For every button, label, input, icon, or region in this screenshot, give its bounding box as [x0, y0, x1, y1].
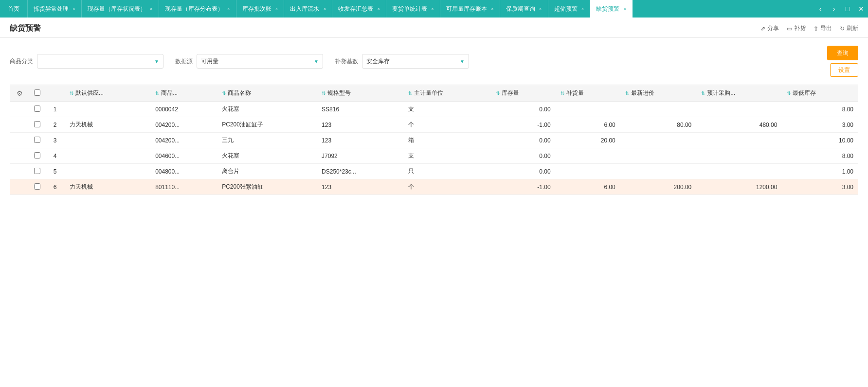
tab-order-stats[interactable]: 要货单统计表 ×	[386, 0, 440, 18]
row-default-supplier	[65, 164, 150, 179]
table-row[interactable]: 5 004800... 离合片 DS250*23c... 只 0.00 1.00	[10, 164, 858, 179]
th-unit[interactable]: ⇅主计量单位	[403, 85, 491, 102]
tab-shortage-label: 缺货预警	[596, 5, 619, 13]
tab-available-ledger-close[interactable]: ×	[491, 6, 494, 12]
row-gear-cell	[10, 179, 29, 195]
tab-inout-flow-close[interactable]: ×	[323, 6, 326, 12]
share-label: 分享	[767, 24, 779, 33]
row-checkbox[interactable]	[34, 137, 40, 143]
tab-recv-summary[interactable]: 收发存汇总表 ×	[332, 0, 386, 18]
datasource-value: 可用量	[201, 57, 218, 66]
th-default-supplier[interactable]: ⇅默认供应...	[65, 85, 150, 102]
datasource-label: 数据源	[175, 57, 193, 66]
row-gear-cell	[10, 148, 29, 164]
table-row[interactable]: 2 力天机械 004200... PC200油缸缸子 123 个 -1.00 6…	[10, 117, 858, 133]
replenish-button[interactable]: ▭ 补货	[787, 24, 806, 33]
tab-expiry-query-close[interactable]: ×	[539, 6, 542, 12]
tab-shortage-close[interactable]: ×	[623, 6, 626, 12]
tab-abnormal[interactable]: 拣货异常处理 ×	[28, 0, 82, 18]
table-row[interactable]: 1 0000042 火花塞 SS816 支 0.00 8.00	[10, 102, 858, 117]
tab-next-button[interactable]: ›	[827, 0, 841, 18]
tab-recv-summary-close[interactable]: ×	[377, 6, 380, 12]
row-latest-price	[620, 102, 697, 117]
th-checkbox[interactable]	[29, 85, 45, 102]
row-index: 5	[45, 164, 65, 179]
settings-button[interactable]: 设置	[830, 63, 858, 77]
datasource-chevron-icon: ▼	[314, 59, 319, 64]
row-product-name: PC200张紧油缸	[217, 179, 317, 195]
th-est-purchase[interactable]: ⇅预计采购...	[696, 85, 782, 102]
row-checkbox-cell[interactable]	[29, 148, 45, 164]
th-product-name[interactable]: ⇅商品名称	[217, 85, 317, 102]
export-label: 导出	[820, 24, 832, 33]
tab-inventory-status-close[interactable]: ×	[150, 6, 153, 12]
tab-inventory-dist-label: 现存量（库存分布表）	[165, 5, 223, 13]
tab-home[interactable]: 首页	[0, 0, 28, 18]
row-gear-cell	[10, 102, 29, 117]
row-checkbox[interactable]	[34, 152, 40, 158]
row-checkbox-cell[interactable]	[29, 179, 45, 195]
share-button[interactable]: ⇗ 分享	[760, 24, 779, 33]
tab-available-ledger[interactable]: 可用量库存账本 ×	[440, 0, 500, 18]
row-checkbox[interactable]	[34, 168, 40, 174]
table-row[interactable]: 6 力天机械 801110... PC200张紧油缸 123 个 -1.00 6…	[10, 179, 858, 195]
replenish-base-select[interactable]: 安全库存 ▼	[362, 54, 469, 69]
row-est-purchase	[696, 164, 782, 179]
row-index: 1	[45, 102, 65, 117]
row-default-supplier	[65, 133, 150, 148]
row-checkbox[interactable]	[34, 183, 40, 190]
row-est-purchase: 1200.00	[696, 179, 782, 195]
th-min-stock[interactable]: ⇅最低库存	[782, 85, 858, 102]
th-index	[45, 85, 65, 102]
tab-restore-button[interactable]: □	[841, 0, 854, 18]
table-row[interactable]: 3 004200... 三九 123 箱 0.00 20.00 10.00	[10, 133, 858, 148]
row-stock: 0.00	[491, 102, 556, 117]
th-spec[interactable]: ⇅规格型号	[317, 85, 403, 102]
row-default-supplier: 力天机械	[65, 117, 150, 133]
tab-expiry-query[interactable]: 保质期查询 ×	[500, 0, 548, 18]
tab-batch-account-close[interactable]: ×	[275, 6, 278, 12]
query-button[interactable]: 查询	[827, 46, 858, 60]
row-unit: 箱	[403, 133, 491, 148]
select-all-checkbox[interactable]	[34, 89, 40, 96]
category-select[interactable]: ▼	[37, 54, 163, 69]
row-index: 6	[45, 179, 65, 195]
row-checkbox-cell[interactable]	[29, 133, 45, 148]
export-button[interactable]: ⇧ 导出	[814, 24, 832, 33]
row-spec: SS816	[317, 102, 403, 117]
tab-abnormal-close[interactable]: ×	[72, 6, 75, 12]
tab-shortage[interactable]: 缺货预警 ×	[590, 0, 633, 18]
replenish-icon: ▭	[787, 25, 792, 32]
th-replenish-qty[interactable]: ⇅补货量	[556, 85, 620, 102]
filter-actions: 查询 设置	[827, 46, 858, 77]
row-checkbox-cell[interactable]	[29, 117, 45, 133]
gear-icon[interactable]: ⚙	[17, 89, 23, 97]
row-replenish-qty: 6.00	[556, 117, 620, 133]
row-unit: 只	[403, 164, 491, 179]
th-stock[interactable]: ⇅库存量	[491, 85, 556, 102]
datasource-select[interactable]: 可用量 ▼	[197, 54, 323, 69]
tab-prev-button[interactable]: ‹	[814, 0, 827, 18]
th-latest-price[interactable]: ⇅最新进价	[620, 85, 697, 102]
th-product-code[interactable]: ⇅商品...	[150, 85, 217, 102]
row-checkbox[interactable]	[34, 106, 40, 112]
refresh-button[interactable]: ↻ 刷新	[840, 24, 858, 33]
tab-close-button[interactable]: ✕	[854, 0, 868, 18]
data-table: ⚙ ⇅默认供应... ⇅商品... ⇅商品名称	[10, 85, 858, 195]
row-checkbox-cell[interactable]	[29, 102, 45, 117]
tab-batch-account[interactable]: 库存批次账 ×	[236, 0, 285, 18]
tab-inventory-dist-close[interactable]: ×	[227, 6, 230, 12]
tab-overstock[interactable]: 超储预警 ×	[548, 0, 591, 18]
tab-inventory-dist[interactable]: 现存量（库存分布表） ×	[159, 0, 236, 18]
table-row[interactable]: 4 004600... 火花塞 J7092 支 0.00 8.00	[10, 148, 858, 164]
tab-inout-flow[interactable]: 出入库流水 ×	[284, 0, 332, 18]
row-checkbox[interactable]	[34, 121, 40, 127]
row-product-name: 火花塞	[217, 148, 317, 164]
tab-inventory-status[interactable]: 现存量（库存状况表） ×	[82, 0, 159, 18]
row-checkbox-cell[interactable]	[29, 164, 45, 179]
row-unit: 支	[403, 148, 491, 164]
tab-overstock-close[interactable]: ×	[581, 6, 584, 12]
tab-order-stats-close[interactable]: ×	[431, 6, 434, 12]
row-est-purchase	[696, 133, 782, 148]
th-gear[interactable]: ⚙	[10, 85, 29, 102]
